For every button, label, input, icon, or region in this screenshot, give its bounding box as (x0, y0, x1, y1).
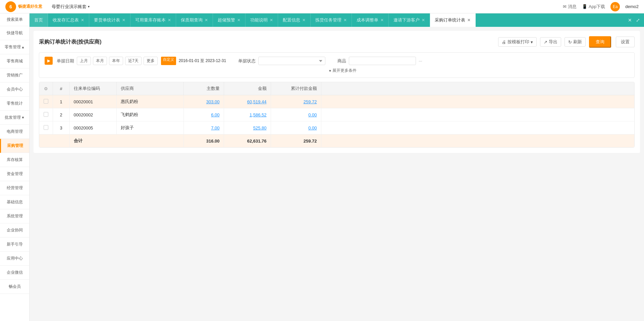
tab-cost-adjust[interactable]: 成本调整单 ✕ (352, 13, 389, 27)
settings-button[interactable]: 设置 (616, 37, 635, 47)
filter-row: 单据日期 上月 本月 本年 近7天 更多 自定义 (57, 57, 629, 65)
tab-home[interactable]: 首页 (30, 13, 48, 27)
query-button[interactable]: 查询 (589, 36, 611, 48)
print-button[interactable]: 🖨 按模板打印 ▾ (498, 37, 537, 47)
col-header-code: 往来单位编码 (69, 82, 116, 95)
tab-order-stats[interactable]: 要货单统计表 ✕ (89, 13, 130, 27)
row-qty: 7.00 (183, 121, 224, 135)
tab-close-icon[interactable]: ✕ (81, 18, 84, 22)
sidebar-item-retail-stats[interactable]: 零售统计 (0, 97, 29, 111)
filter-this-year[interactable]: 本年 (109, 57, 123, 65)
tab-picking[interactable]: 拣货任务管理 ✕ (311, 13, 352, 27)
filter-7days[interactable]: 近7天 (125, 57, 142, 65)
tab-close-icon[interactable]: ✕ (302, 18, 306, 22)
table-footer-row: 合计 316.00 62,631.76 259.72 (39, 135, 634, 148)
export-button[interactable]: ↗ 导出 (540, 37, 561, 47)
tab-close-icon[interactable]: ✕ (168, 18, 171, 22)
col-header-amount: 金额 (224, 82, 271, 95)
col-header-checkbox: ⚙ (39, 82, 53, 95)
amount-link[interactable]: 525.80 (253, 125, 267, 130)
amount-link[interactable]: 1,586.52 (250, 112, 267, 117)
sidebar-item-purchase[interactable]: 采购管理 (0, 139, 29, 153)
goods-input[interactable] (349, 57, 416, 65)
paid-link[interactable]: 0.00 (308, 112, 317, 117)
printer-icon: 🖨 (502, 40, 506, 45)
sidebar-item-retail-mgmt[interactable]: 零售管理 ▲ (0, 40, 29, 54)
sidebar-item-members[interactable]: 会员中心 (0, 83, 29, 97)
tab-receive-summary[interactable]: 收发存汇总表 ✕ (48, 13, 89, 27)
tab-close-icon[interactable]: ✕ (343, 18, 347, 22)
sidebar-item-wholesale[interactable]: 批发管理 ▼ (0, 111, 29, 125)
row-amount: 525.80 (224, 121, 271, 135)
tab-close-icon[interactable]: ✕ (380, 18, 384, 22)
tab-invite-downstream[interactable]: 邀请下游客户 ✕ (389, 13, 430, 27)
tab-close-icon[interactable]: ✕ (122, 18, 125, 22)
tab-close-all-button[interactable]: ✕ (627, 17, 633, 23)
tab-function-desc[interactable]: 功能说明 ✕ (246, 13, 278, 27)
expand-more-button[interactable]: ▾ 展开更多条件 (329, 68, 357, 73)
sidebar-item-quicknav[interactable]: 快捷导航 (0, 26, 29, 40)
sidebar-item-ecommerce[interactable]: 电商管理 (0, 125, 29, 139)
sidebar-item-system[interactable]: 系统管理 (0, 209, 29, 223)
row-checkbox[interactable] (39, 121, 53, 135)
tab-maximize-button[interactable]: ⤢ (635, 17, 641, 23)
row-checkbox[interactable] (39, 108, 53, 121)
sidebar-item-basic-info[interactable]: 基础信息 (0, 195, 29, 209)
message-button[interactable]: ✉ 消息 (563, 4, 577, 10)
row-supplier: 好孩子 (116, 121, 183, 135)
filter-more-dates[interactable]: 更多 (144, 57, 158, 65)
tab-overstock[interactable]: 超储预警 ✕ (213, 13, 246, 27)
status-select[interactable] (258, 57, 325, 65)
qty-link[interactable]: 7.00 (211, 125, 219, 130)
sidebar-item-retail-store[interactable]: 零售商城 (0, 54, 29, 68)
refresh-button[interactable]: ↻ 刷新 (565, 37, 586, 47)
avatar[interactable]: Ea (610, 2, 620, 11)
sidebar-item-collab[interactable]: 企业协同 (0, 223, 29, 237)
main: 首页 收发存汇总表 ✕ 要货单统计表 ✕ 可用量库存账本 ✕ 保质期查询 ✕ 超… (30, 13, 644, 321)
filter-last-month[interactable]: 上月 (77, 57, 91, 65)
settings-icon[interactable]: ⚙ (44, 86, 48, 91)
table-row: 3 00020005 好孩子 7.00 525.80 0.00 (39, 121, 634, 135)
refresh-icon: ↻ (568, 40, 572, 45)
checkbox-icon[interactable] (44, 99, 48, 104)
goods-more-icon[interactable]: ··· (419, 58, 422, 63)
workspace-name: 母婴行业演示账套 (52, 4, 87, 10)
sidebar-item-wechat[interactable]: 企业微信 (0, 266, 29, 280)
sidebar-item-operations[interactable]: 经营管理 (0, 181, 29, 195)
row-rest (321, 95, 634, 108)
tab-expiry[interactable]: 保质期查询 ✕ (176, 13, 213, 27)
filter-toggle-button[interactable]: ▶ (45, 57, 53, 65)
qty-link[interactable]: 6.00 (211, 112, 219, 117)
paid-link[interactable]: 259.72 (304, 99, 317, 104)
page-header: 采购订单统计表(按供应商) 🖨 按模板打印 ▾ ↗ 导出 ↻ (39, 36, 635, 48)
filter-this-month[interactable]: 本月 (93, 57, 107, 65)
layout: 搜索菜单 快捷导航 零售管理 ▲ 零售商城 营销推广 会员中心 零售统计 批发管… (0, 13, 644, 321)
app-download-button[interactable]: 📱 App下载 (582, 4, 605, 10)
row-paid: 259.72 (271, 95, 321, 108)
top-bar-left: 6 畅捷通好生意 母婴行业演示账套 ▾ (5, 1, 90, 12)
tab-close-icon[interactable]: ✕ (422, 18, 425, 22)
sidebar-item-appcenter[interactable]: 应用中心 (0, 252, 29, 266)
sidebar-item-finance[interactable]: 资金管理 (0, 167, 29, 181)
row-checkbox[interactable] (39, 95, 53, 108)
qty-link[interactable]: 303.00 (206, 99, 220, 104)
workspace-selector[interactable]: 母婴行业演示账套 ▾ (52, 4, 90, 10)
sidebar-item-inventory[interactable]: 库存核算 (0, 153, 29, 167)
checkbox-icon[interactable] (44, 125, 48, 130)
sidebar-item-search[interactable]: 搜索菜单 (0, 13, 29, 26)
amount-link[interactable]: 60,519.44 (247, 99, 267, 104)
checkbox-icon[interactable] (44, 112, 48, 117)
sidebar-item-newbie[interactable]: 新手引导 (0, 237, 29, 252)
sidebar-item-member-card[interactable]: 畅会员 (0, 280, 29, 294)
row-paid: 0.00 (271, 108, 321, 121)
paid-link[interactable]: 0.00 (308, 125, 317, 130)
tab-close-icon[interactable]: ✕ (237, 18, 240, 22)
tab-close-icon[interactable]: ✕ (467, 18, 471, 22)
footer-amount: 62,631.76 (224, 135, 271, 148)
sidebar-item-marketing[interactable]: 营销推广 (0, 68, 29, 83)
tab-available-stock[interactable]: 可用量库存账本 ✕ (130, 13, 176, 27)
tab-close-icon[interactable]: ✕ (270, 18, 273, 22)
tab-purchase-stats[interactable]: 采购订单统计表 ✕ (430, 13, 476, 27)
tab-close-icon[interactable]: ✕ (205, 18, 208, 22)
tab-config[interactable]: 配置信息 ✕ (278, 13, 311, 27)
